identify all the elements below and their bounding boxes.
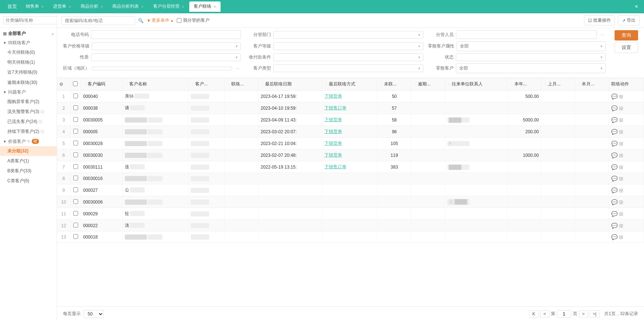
message-icon[interactable]: 💬 [611,176,617,181]
message-icon[interactable]: 💬 [611,141,617,147]
window-close-button[interactable]: × [632,3,641,10]
row-checkbox[interactable] [73,117,78,122]
page-size-select[interactable]: 50 100 200 [84,310,104,318]
select-customer-type[interactable]: ▾ [273,64,423,72]
tab-customer-contact[interactable]: 客户联络 × [189,1,220,12]
sidebar-group-pending-contact[interactable]: ▼ 待联络客户 [0,38,57,47]
contact-method-link[interactable]: 下销售订单 [324,105,346,110]
sidebar-item-churn-warning[interactable]: 流失预警客户(3) ⓘ [0,107,57,117]
cell-checkbox[interactable] [70,161,81,173]
tab-purchase[interactable]: 进货单 × [49,1,75,12]
message-icon[interactable]: 💬 [611,105,617,111]
cell-checkbox[interactable] [70,184,81,196]
grid-action-icon[interactable]: ⊞ [619,223,623,229]
sidebar-item-class-c[interactable]: C类客户(6) [0,176,57,186]
tab-close-purchase[interactable]: × [68,4,71,9]
tab-close-customer-segment[interactable]: × [182,4,184,9]
input-phone[interactable] [91,30,241,39]
filter-search-icon[interactable]: 🔍 [138,18,144,23]
tab-customer-segment[interactable]: 客户分层经营 × [149,1,189,12]
select-retail[interactable]: 全部 ▾ [456,63,606,73]
sidebar-item-today[interactable]: 今天待联络(0) [0,47,57,57]
row-checkbox[interactable] [73,187,78,192]
select-customer-level[interactable]: ▾ [273,42,423,50]
contact-method-link[interactable]: 下销货单 [324,152,342,158]
row-checkbox[interactable] [73,164,78,169]
grid-action-icon[interactable]: ⊞ [619,234,623,240]
cell-checkbox[interactable] [70,126,81,138]
sidebar-item-class-b[interactable]: B类客户(33) [0,166,57,176]
message-icon[interactable]: 💬 [611,129,617,135]
prev-page-btn[interactable]: < [540,310,549,318]
grid-action-icon[interactable]: ⊞ [619,164,623,170]
sidebar-item-churned[interactable]: 已流失客户(24) ⓘ [0,117,57,127]
collapse-icon[interactable]: « [52,32,54,36]
select-status[interactable]: ▾ [456,53,606,61]
page-number-input[interactable] [557,310,571,318]
grid-action-icon[interactable]: ⊞ [619,105,623,111]
cell-checkbox[interactable] [70,173,81,184]
my-customers-check[interactable] [177,18,182,23]
message-icon[interactable]: 💬 [611,152,617,158]
cell-checkbox[interactable] [70,149,81,161]
sidebar-group-problem-customers[interactable]: ▼ 问题客户 [0,88,57,97]
grid-action-icon[interactable]: ⊞ [619,152,623,158]
select-retail-attr[interactable]: 全部 ▾ [457,41,606,51]
cell-checkbox[interactable] [70,196,81,208]
sidebar-item-declining[interactable]: 持续下滑客户(2) ⓘ [0,127,57,137]
sidebar-search-input[interactable] [3,16,57,24]
message-icon[interactable]: 💬 [611,94,617,99]
cell-checkbox[interactable] [70,102,81,114]
message-icon[interactable]: 💬 [611,199,617,205]
grid-action-icon[interactable]: ⊞ [619,199,623,205]
contact-method-link[interactable]: 下销货单 [324,141,342,146]
export-button[interactable]: ↗ 导出 [618,15,640,25]
contact-method-link[interactable]: 下销货单 [324,129,342,134]
grid-action-icon[interactable]: ⊞ [619,176,623,181]
tab-close-analysis[interactable]: × [101,4,103,9]
grid-action-icon[interactable]: ⊞ [619,129,623,135]
row-checkbox[interactable] [73,234,78,239]
select-dept[interactable]: ▾ [273,31,423,39]
refresh-icon[interactable]: ↻ [27,139,31,144]
row-checkbox[interactable] [73,223,78,227]
sidebar-all-customers[interactable]: ⊞ 全部客户 « [0,28,57,38]
region-dots-icon[interactable]: ··· [234,66,241,71]
first-page-btn[interactable]: K [529,310,539,318]
grid-action-icon[interactable]: ⊞ [619,117,623,123]
tab-analysis-list[interactable]: 商品分析列表 × [108,1,148,12]
more-conditions-btn[interactable]: ▼ 更多条件 ▲ [147,17,174,24]
tab-close-analysis-list[interactable]: × [141,4,143,9]
next-page-btn[interactable]: > [579,310,588,318]
sidebar-item-class-a[interactable]: A类客户(1) [0,156,57,166]
message-icon[interactable]: 💬 [611,234,617,240]
row-checkbox[interactable] [73,94,78,98]
tab-close-customer-contact[interactable]: × [214,4,216,9]
th-settings[interactable]: ⚙ [57,78,70,91]
message-icon[interactable]: 💬 [611,211,617,217]
tab-sales[interactable]: 销售单 × [21,1,48,12]
cell-checkbox[interactable] [70,208,81,220]
message-icon[interactable]: 💬 [611,164,617,170]
row-checkbox[interactable] [73,199,78,204]
cell-checkbox[interactable] [70,114,81,126]
tab-close-sales[interactable]: × [41,4,43,9]
my-customers-checkbox[interactable]: 我分管的客户 [177,17,210,24]
grid-action-icon[interactable]: ⊞ [619,187,623,193]
message-icon[interactable]: 💬 [611,117,617,123]
sidebar-item-overdue[interactable]: 逾期未联络(30) [0,78,57,88]
row-checkbox[interactable] [73,105,78,110]
tab-home[interactable]: 首页 [3,3,21,10]
row-checkbox[interactable] [73,211,78,216]
input-manager[interactable] [456,30,597,39]
message-icon[interactable]: 💬 [611,187,617,193]
grid-action-icon[interactable]: ⊞ [619,211,623,217]
th-checkbox[interactable] [70,78,81,91]
cell-checkbox[interactable] [70,91,81,102]
cell-checkbox[interactable] [70,138,81,149]
contact-method-link[interactable]: 下销货单 [324,94,342,99]
batch-operation-button[interactable]: ☑ 批量操作 [584,15,615,25]
message-icon[interactable]: 💬 [611,223,617,229]
select-price-level[interactable]: ▾ [92,42,241,50]
select-nature[interactable]: ▾ [91,53,241,61]
